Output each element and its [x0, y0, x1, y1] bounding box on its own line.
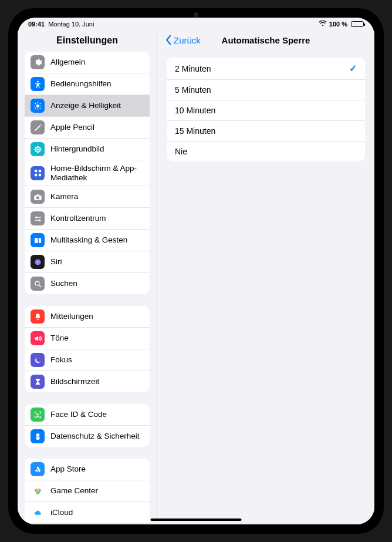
- battery-icon: [351, 21, 364, 27]
- sidebar-item-accessibility[interactable]: Bedienungshilfen: [25, 73, 150, 95]
- svg-rect-27: [34, 238, 38, 243]
- appstore-icon: [31, 462, 45, 476]
- sidebar-scroll[interactable]: AllgemeinBedienungshilfenAnzeige & Helli…: [18, 52, 157, 524]
- sidebar-item-label: Game Center: [50, 486, 98, 496]
- svg-point-15: [35, 146, 36, 148]
- status-date: Montag 10. Juni: [48, 21, 94, 28]
- battery-text: 100 %: [329, 21, 347, 28]
- sidebar-item-notifications[interactable]: Mitteilungen: [25, 306, 150, 328]
- svg-point-25: [35, 216, 37, 218]
- svg-line-9: [40, 103, 40, 104]
- sidebar-item-label: Hintergrundbild: [50, 144, 104, 154]
- sidebar-item-multitasking[interactable]: Multitasking & Gesten: [25, 230, 150, 251]
- sidebar-item-display[interactable]: Anzeige & Helligkeit: [25, 95, 150, 117]
- settings-sidebar: Einstellungen AllgemeinBedienungshilfenA…: [18, 31, 157, 524]
- detail-title: Automatische Sperre: [222, 35, 310, 45]
- svg-point-12: [36, 151, 38, 153]
- auto-lock-option[interactable]: 5 Minuten: [167, 80, 365, 100]
- svg-line-6: [35, 103, 36, 104]
- svg-point-18: [39, 150, 40, 152]
- speaker-icon: [31, 331, 45, 345]
- sidebar-item-label: Home-Bildschirm & App-Mediathek: [50, 164, 144, 182]
- faceid-icon: [31, 408, 45, 422]
- svg-line-8: [35, 108, 36, 109]
- sidebar-item-icloud[interactable]: iCloud: [25, 502, 150, 524]
- svg-rect-19: [34, 170, 36, 172]
- sidebar-item-label: Siri: [50, 257, 62, 267]
- sidebar-item-general[interactable]: Allgemein: [25, 52, 150, 73]
- option-label: 10 Minuten: [175, 106, 215, 115]
- sidebar-item-app-store[interactable]: App Store: [25, 459, 150, 480]
- option-label: 15 Minuten: [175, 126, 215, 136]
- sidebar-item-home-screen[interactable]: Home-Bildschirm & App-Mediathek: [25, 160, 150, 186]
- sidebar-item-camera[interactable]: Kamera: [25, 186, 150, 208]
- svg-line-31: [39, 285, 40, 287]
- sidebar-item-wallpaper[interactable]: Hintergrundbild: [25, 139, 150, 160]
- cloud-icon: [31, 506, 45, 520]
- sidebar-item-siri[interactable]: Siri: [25, 251, 150, 273]
- sidebar-item-label: Fokus: [50, 355, 72, 365]
- sun-icon: [31, 99, 45, 113]
- sidebar-item-search[interactable]: Suchen: [25, 273, 150, 294]
- sidebar-group: AllgemeinBedienungshilfenAnzeige & Helli…: [25, 52, 150, 294]
- sidebar-item-wallet[interactable]: Wallet & Apple Pay: [25, 524, 150, 524]
- sidebar-title: Einstellungen: [18, 31, 157, 52]
- sidebar-item-label: Kamera: [50, 192, 78, 201]
- svg-point-37: [36, 488, 39, 491]
- wifi-icon: [319, 21, 327, 28]
- detail-header: Zurück Automatische Sperre: [157, 31, 374, 53]
- sidebar-item-game-center[interactable]: Game Center: [25, 480, 150, 502]
- sidebar-item-privacy[interactable]: Datenschutz & Sicherheit: [25, 426, 150, 447]
- back-button[interactable]: Zurück: [164, 35, 201, 45]
- grid-icon: [31, 166, 45, 180]
- sidebar-item-label: Suchen: [50, 279, 77, 288]
- magnify-icon: [31, 277, 45, 291]
- sidebar-item-screen-time[interactable]: Bildschirmzeit: [25, 371, 150, 392]
- svg-rect-28: [38, 238, 40, 243]
- front-camera: [194, 12, 198, 17]
- flower-icon: [31, 142, 45, 156]
- option-label: 2 Minuten: [175, 64, 211, 73]
- screen: 09:41 Montag 10. Juni 100 % Einstellunge…: [18, 18, 374, 524]
- auto-lock-option[interactable]: 10 Minuten: [167, 100, 365, 121]
- gamecenter-icon: [31, 484, 45, 498]
- sidebar-item-label: Datenschutz & Sicherheit: [50, 432, 140, 441]
- chevron-left-icon: [164, 35, 173, 45]
- svg-point-29: [35, 259, 40, 265]
- home-indicator[interactable]: [151, 519, 242, 521]
- sidebar-item-faceid[interactable]: Face ID & Code: [25, 404, 150, 426]
- svg-line-7: [40, 108, 40, 109]
- svg-point-14: [39, 148, 41, 150]
- svg-point-17: [35, 150, 36, 152]
- sidebar-item-sounds[interactable]: Töne: [25, 328, 150, 349]
- sidebar-item-label: Bildschirmzeit: [50, 377, 99, 386]
- hand-icon: [31, 429, 45, 443]
- hourglass-icon: [31, 375, 45, 389]
- sidebar-item-focus[interactable]: Fokus: [25, 349, 150, 371]
- checkmark-icon: ✓: [349, 63, 357, 74]
- auto-lock-option[interactable]: 2 Minuten✓: [167, 58, 365, 80]
- rectangles-icon: [31, 233, 45, 247]
- sidebar-group: Face ID & CodeDatenschutz & Sicherheit: [25, 404, 150, 447]
- sidebar-item-label: App Store: [50, 464, 86, 474]
- sidebar-item-control-center[interactable]: Kontrollzentrum: [25, 208, 150, 230]
- status-time: 09:41: [28, 21, 45, 28]
- sidebar-item-label: Kontrollzentrum: [50, 214, 106, 223]
- auto-lock-option[interactable]: 15 Minuten: [167, 121, 365, 142]
- back-label: Zurück: [174, 35, 201, 45]
- siri-icon: [31, 255, 45, 269]
- detail-pane: Zurück Automatische Sperre 2 Minuten✓5 M…: [157, 31, 374, 524]
- svg-rect-21: [34, 174, 36, 176]
- sidebar-item-label: Mitteilungen: [50, 312, 93, 321]
- svg-point-11: [36, 146, 38, 147]
- svg-point-26: [38, 219, 40, 221]
- svg-rect-20: [38, 170, 40, 172]
- svg-point-16: [39, 146, 40, 148]
- auto-lock-option[interactable]: Nie: [167, 142, 365, 161]
- svg-rect-22: [38, 174, 40, 176]
- svg-point-1: [36, 105, 39, 107]
- sidebar-item-label: Allgemein: [50, 58, 85, 67]
- sidebar-item-apple-pencil[interactable]: Apple Pencil: [25, 117, 150, 139]
- sidebar-item-label: Töne: [50, 334, 69, 343]
- svg-point-10: [36, 148, 39, 150]
